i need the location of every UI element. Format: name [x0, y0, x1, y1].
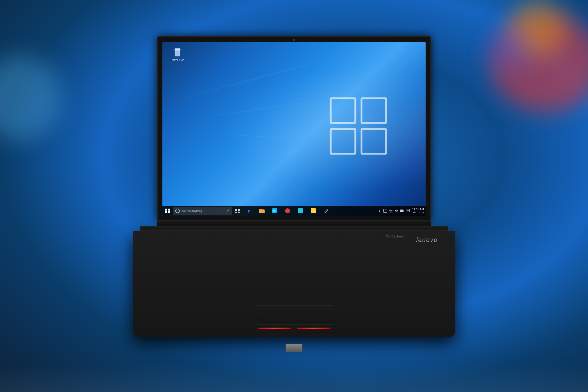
- svg-rect-14: [238, 209, 240, 211]
- laptop-hinge: [140, 226, 448, 231]
- svg-rect-5: [174, 50, 181, 50]
- svg-marker-27: [395, 209, 396, 212]
- cortana-search-bar[interactable]: Ask me anything 🎤: [173, 207, 232, 215]
- laptop-stand: [286, 344, 302, 352]
- cortana-icon: [175, 209, 180, 213]
- recycle-bin-label: Recycle Bin: [171, 59, 184, 62]
- battery-icon[interactable]: [400, 209, 404, 213]
- bokeh-right-blue: [490, 28, 532, 70]
- cortana-placeholder: Ask me anything: [181, 209, 224, 213]
- svg-line-24: [327, 209, 328, 210]
- svg-rect-0: [331, 98, 355, 123]
- svg-rect-30: [403, 210, 404, 211]
- svg-rect-23: [311, 208, 316, 213]
- light-ray-2: [189, 132, 328, 140]
- trackpad-indicator-lines: [258, 328, 330, 329]
- clock-time: 11:18 AM: [412, 207, 424, 211]
- svg-rect-22: [298, 208, 303, 213]
- svg-line-8: [179, 51, 179, 56]
- svg-rect-16: [238, 212, 240, 213]
- table-surface: [0, 364, 588, 392]
- laptop-screen: Recycle Bin Ask me anything: [162, 42, 426, 216]
- trackpad[interactable]: [255, 305, 333, 325]
- laptop: Recycle Bin Ask me anything: [98, 36, 490, 344]
- svg-rect-18: [259, 209, 262, 210]
- system-tray: ▲: [377, 207, 426, 214]
- volume-icon[interactable]: [394, 209, 399, 213]
- webcam: [293, 39, 295, 41]
- svg-rect-10: [168, 209, 170, 211]
- svg-rect-4: [175, 48, 180, 50]
- taskbar: Ask me anything 🎤 e: [162, 206, 426, 216]
- tp-line-right: [297, 328, 330, 329]
- svg-rect-25: [384, 209, 387, 213]
- light-ray-1: [176, 97, 342, 121]
- ie-app-button[interactable]: e: [242, 206, 255, 216]
- svg-rect-2: [331, 129, 355, 154]
- x1-carbon-label: X1 Carbon: [386, 235, 403, 238]
- svg-text:🛍: 🛍: [273, 209, 276, 213]
- svg-rect-3: [361, 129, 386, 154]
- svg-rect-15: [235, 212, 237, 213]
- microphone-icon: 🎤: [226, 209, 230, 213]
- bottom-screen-bezel: [157, 221, 431, 226]
- svg-line-6: [176, 51, 176, 56]
- tp-line-left: [258, 328, 291, 329]
- svg-rect-9: [165, 209, 167, 211]
- green-app-button[interactable]: [294, 206, 307, 216]
- file-explorer-button[interactable]: [255, 206, 268, 216]
- recycle-bin-icon[interactable]: Recycle Bin: [169, 47, 186, 62]
- network-icon[interactable]: [383, 209, 388, 213]
- svg-rect-12: [168, 211, 170, 213]
- wifi-icon[interactable]: [389, 209, 393, 213]
- task-view-button[interactable]: [232, 206, 242, 216]
- svg-rect-1: [361, 98, 386, 123]
- svg-rect-31: [406, 209, 409, 212]
- windows-logo: [328, 95, 389, 157]
- screen-bezel: Recycle Bin Ask me anything: [157, 36, 431, 221]
- yellow-app-button[interactable]: [307, 206, 320, 216]
- svg-point-21: [285, 208, 290, 213]
- svg-rect-11: [165, 211, 167, 213]
- svg-rect-29: [400, 210, 403, 212]
- svg-rect-17: [259, 209, 265, 213]
- recycle-bin-image: [172, 47, 183, 57]
- action-center-icon[interactable]: [405, 209, 410, 213]
- tray-overflow-button[interactable]: ▲: [377, 209, 382, 213]
- pen-app-button[interactable]: [320, 206, 333, 216]
- keyboard-base: lenovo: [133, 231, 455, 337]
- lenovo-logo: lenovo: [416, 236, 438, 243]
- svg-rect-13: [235, 209, 237, 211]
- light-ray-3: [162, 52, 352, 104]
- system-clock[interactable]: 11:18 AM 7/27/2015: [411, 207, 424, 214]
- svg-point-26: [390, 212, 391, 213]
- red-app-button[interactable]: [281, 206, 294, 216]
- clock-date: 7/27/2015: [413, 211, 424, 214]
- store-app-button[interactable]: 🛍: [268, 206, 281, 216]
- start-button[interactable]: [162, 206, 172, 216]
